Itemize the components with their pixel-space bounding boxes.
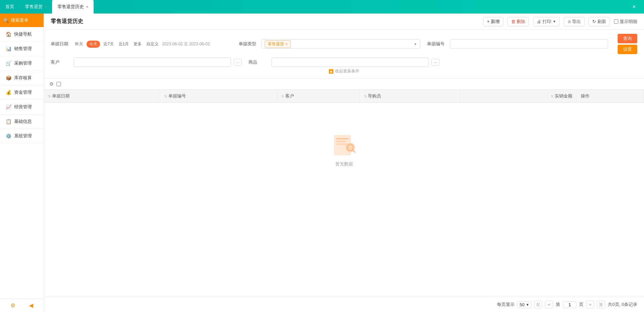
export-button[interactable]: ⊙ 导出: [564, 17, 585, 26]
page-label: 第: [556, 302, 560, 308]
show-detail-checkbox[interactable]: [614, 19, 618, 24]
goods-input[interactable]: [271, 58, 429, 67]
customer-input[interactable]: [74, 58, 231, 67]
type-tag-close[interactable]: ×: [285, 42, 287, 46]
sidebar-item-sales[interactable]: 📊 销售管理: [0, 42, 44, 56]
close-window-button[interactable]: ×: [629, 3, 639, 10]
sidebar-search[interactable]: 🔍 搜索菜单: [0, 14, 44, 27]
collapse-icon[interactable]: ◀: [29, 302, 33, 309]
page-header: 零售退货历史 + 新增 🗑 删除 🖨 打印 ▼ ⊙ 导出 ↻ 刷新: [44, 14, 644, 30]
col-guide: ⇅ 导购员: [360, 90, 459, 103]
page-actions: + 新增 🗑 删除 🖨 打印 ▼ ⊙ 导出 ↻ 刷新 显示明细: [483, 17, 637, 26]
settings-button[interactable]: 设置: [618, 45, 637, 54]
per-page-value: 50: [520, 302, 524, 307]
type-filter-label: 单据类型: [239, 41, 259, 47]
sort-icon-4[interactable]: ⇅: [364, 94, 367, 98]
chevron-down-icon: ▼: [553, 20, 556, 23]
print-button[interactable]: 🖨 打印 ▼: [533, 17, 560, 26]
type-select[interactable]: 零售退货 × ▼: [262, 39, 420, 49]
inventory-icon: 📦: [5, 75, 11, 81]
date-7days[interactable]: 近7天: [102, 41, 115, 48]
goods-ellipsis[interactable]: ···: [431, 59, 439, 66]
filter-number-item: 单据编号: [427, 39, 608, 49]
sidebar-menu: 🏠 快捷导航 📊 销售管理 🛒 采购管理 📦 库存核算 💰 资金管理 📈: [0, 27, 44, 298]
delete-button[interactable]: 🗑 删除: [507, 17, 529, 26]
sidebar-item-basic-info[interactable]: 📋 基础信息: [0, 114, 44, 129]
sidebar-item-quick-nav[interactable]: 🏠 快捷导航: [0, 27, 44, 42]
date-range-value: 2023-06-02 至 2023-06-02: [162, 41, 210, 47]
type-tag: 零售退货 ×: [265, 40, 290, 48]
chevron-up-icon: 🔼: [329, 69, 334, 74]
date-yesterday[interactable]: 昨天: [74, 41, 85, 48]
per-page-label: 每页显示: [497, 302, 515, 308]
prev-page-button[interactable]: ＜: [545, 300, 553, 309]
table-header: ⇅ 单据日期 ⇅ 单据编号 ⇅ 客户 ⇅ 导购员: [44, 90, 644, 103]
tab-retail-return-history[interactable]: 零售退货历史 ×: [52, 0, 93, 14]
filter-area: 单据日期 昨天 今天 近7天 近1月 更多 自定义 2023-06-02 至 2…: [44, 30, 644, 79]
tab-close-retail-return[interactable]: ×: [45, 5, 47, 9]
query-button[interactable]: 查询: [618, 34, 637, 43]
pagination-summary: 共0页, 0条记录: [608, 302, 637, 308]
col-amount: ⇅ 实销金额: [460, 90, 577, 103]
settings-bottom-icon[interactable]: ⚙: [10, 302, 15, 309]
empty-state: 暂无数据: [44, 103, 644, 194]
per-page-chevron: ▼: [526, 303, 529, 307]
sidebar-item-finance[interactable]: 💰 资金管理: [0, 85, 44, 100]
empty-label: 暂无数据: [335, 161, 353, 167]
customer-ellipsis[interactable]: ···: [234, 59, 242, 66]
col-customer: ⇅ 客户: [277, 90, 360, 103]
page-unit: 页: [579, 302, 583, 308]
table-settings-icon[interactable]: ⚙: [49, 81, 54, 87]
sort-icon[interactable]: ⇅: [48, 94, 51, 98]
sidebar-item-inventory[interactable]: 📦 库存核算: [0, 71, 44, 85]
topbar-right: ×: [629, 3, 644, 10]
tab-close-retail-return-history[interactable]: ×: [86, 5, 88, 9]
date-1month[interactable]: 近1月: [117, 41, 130, 48]
date-today[interactable]: 今天: [87, 41, 100, 48]
date-filter-label: 单据日期: [51, 41, 71, 47]
sidebar-item-purchase[interactable]: 🛒 采购管理: [0, 56, 44, 71]
svg-rect-3: [336, 143, 348, 145]
first-page-button[interactable]: ⟨⟨: [534, 300, 542, 309]
show-detail-checkbox-group[interactable]: 显示明细: [614, 19, 637, 25]
sort-icon-5[interactable]: ⇅: [551, 94, 553, 98]
sidebar-item-system[interactable]: ⚙️ 系统管理: [0, 129, 44, 143]
sidebar-bottom: ⚙ ◀: [0, 298, 44, 312]
col-number-label: 单据编号: [168, 93, 186, 98]
tab-retail-return[interactable]: 零售退货 ×: [20, 0, 52, 14]
tab-home[interactable]: 首页: [0, 0, 20, 14]
refresh-button[interactable]: ↻ 刷新: [589, 17, 610, 26]
pagination: 每页显示 50 ▼ ⟨⟨ ＜ 第 页 ＞ ⟩⟩ 共0页, 0条记录: [44, 297, 644, 312]
filter-customer-item: 客户 ···: [51, 58, 242, 67]
sort-icon-3[interactable]: ⇅: [281, 94, 284, 98]
purchase-icon: 🛒: [5, 60, 11, 66]
sort-icon-2[interactable]: ⇅: [164, 94, 167, 98]
date-custom[interactable]: 自定义: [145, 41, 160, 48]
new-button[interactable]: + 新增: [483, 17, 503, 26]
collapse-button[interactable]: 🔼 收起更多条件: [51, 68, 637, 74]
svg-rect-2: [336, 141, 346, 142]
filter-goods-item: 商品 ···: [248, 58, 439, 67]
tab-bar: 首页 零售退货 × 零售退货历史 ×: [0, 0, 629, 14]
col-date: ⇅ 单据日期: [44, 90, 160, 103]
operations-icon: 📈: [5, 104, 11, 110]
date-more[interactable]: 更多: [132, 41, 143, 48]
goods-filter-label: 商品: [248, 59, 269, 65]
svg-rect-1: [336, 138, 349, 139]
select-all-checkbox[interactable]: [56, 82, 61, 86]
table-area: ⚙ ⇅ 单据日期 ⇅ 单据编号 ⇅: [44, 79, 644, 297]
date-shortcuts: 昨天 今天 近7天 近1月 更多 自定义 2023-06-02 至 2023-0…: [74, 41, 210, 48]
finance-icon: 💰: [5, 89, 11, 95]
next-page-button[interactable]: ＞: [586, 300, 594, 309]
col-date-label: 单据日期: [52, 93, 70, 98]
per-page-select[interactable]: 50 ▼: [517, 301, 531, 308]
sidebar: 🔍 搜索菜单 🏠 快捷导航 📊 销售管理 🛒 采购管理 📦 库存核算 💰: [0, 14, 44, 312]
filter-row-1: 单据日期 昨天 今天 近7天 近1月 更多 自定义 2023-06-02 至 2…: [51, 34, 637, 54]
data-table: ⇅ 单据日期 ⇅ 单据编号 ⇅ 客户 ⇅ 导购员: [44, 90, 644, 103]
number-input[interactable]: [450, 39, 608, 49]
last-page-button[interactable]: ⟩⟩: [597, 300, 605, 309]
page-input[interactable]: [563, 301, 576, 308]
col-customer-label: 客户: [285, 93, 294, 98]
customer-filter-label: 客户: [51, 59, 71, 65]
sidebar-item-operations[interactable]: 📈 经营管理: [0, 100, 44, 114]
